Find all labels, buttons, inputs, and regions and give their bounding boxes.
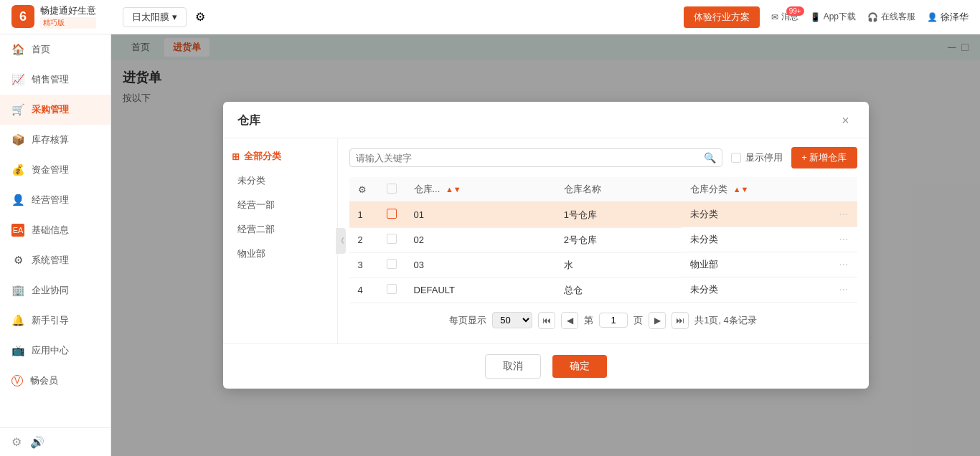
sidebar-label-member: 畅会员 bbox=[30, 374, 58, 387]
sidebar-item-apps[interactable]: 📺 应用中心 bbox=[0, 336, 110, 366]
app-download-item[interactable]: 📱 App下载 bbox=[810, 11, 856, 23]
guide-icon: 🔔 bbox=[11, 314, 24, 327]
sidebar-item-guide[interactable]: 🔔 新手引导 bbox=[0, 305, 110, 336]
table-head: ⚙ 仓库... ▲▼ bbox=[349, 177, 857, 202]
page-suffix: 页 bbox=[633, 314, 643, 327]
sidebar-item-purchase[interactable]: 🛒 采购管理 bbox=[0, 95, 110, 125]
col-name: 仓库名称 bbox=[555, 177, 682, 202]
modal-title: 仓库 bbox=[237, 113, 260, 128]
store-selector[interactable]: 日太阳膜 ▾ bbox=[123, 7, 187, 27]
row-category-2: 物业部 ··· bbox=[682, 252, 857, 277]
purchase-icon: 🛒 bbox=[11, 103, 24, 116]
sidebar-label-system: 系统管理 bbox=[32, 254, 69, 267]
table-row[interactable]: 1 01 1号仓库 未分类 ··· bbox=[349, 202, 857, 228]
settings-btn[interactable]: ⚙ bbox=[195, 10, 205, 24]
col-settings[interactable]: ⚙ bbox=[349, 177, 378, 202]
row-check-3[interactable] bbox=[378, 277, 405, 303]
add-warehouse-button[interactable]: + 新增仓库 bbox=[791, 147, 857, 168]
inventory-icon: 📦 bbox=[11, 133, 24, 146]
service-item[interactable]: 🎧 在线客服 bbox=[867, 11, 915, 23]
operation-icon: 👤 bbox=[11, 194, 24, 206]
page-first-btn[interactable]: ⏮ bbox=[538, 312, 555, 329]
app-name: 畅捷通好生意 bbox=[40, 5, 96, 17]
sort-category-icon[interactable]: ▲▼ bbox=[733, 185, 749, 194]
page-last-btn[interactable]: ⏭ bbox=[672, 312, 689, 329]
pagination: 每页显示 50 20 100 ⏮ ◀ 第 页 ▶ bbox=[349, 303, 857, 335]
user-item[interactable]: 👤 徐泽华 bbox=[927, 11, 969, 24]
row-index-3: 4 bbox=[349, 277, 378, 303]
sidebar-label-apps: 应用中心 bbox=[32, 344, 69, 357]
sidebar-item-system[interactable]: ⚙ 系统管理 bbox=[0, 245, 110, 275]
table-container: ⚙ 仓库... ▲▼ bbox=[349, 177, 857, 303]
modal-close-button[interactable]: × bbox=[837, 112, 854, 129]
service-label: 在线客服 bbox=[881, 11, 915, 23]
message-icon: ✉ bbox=[771, 12, 778, 22]
row-check-2[interactable] bbox=[378, 252, 405, 277]
settings-icon: ⚙ bbox=[195, 11, 205, 23]
category-all-label: 全部分类 bbox=[244, 150, 281, 163]
show-disabled-label[interactable]: 显示停用 bbox=[731, 151, 783, 164]
sidebar-item-inventory[interactable]: 📦 库存核算 bbox=[0, 125, 110, 155]
sort-code-icon[interactable]: ▲▼ bbox=[446, 185, 461, 194]
sidebar-item-enterprise[interactable]: 🏢 企业协同 bbox=[0, 275, 110, 305]
warehouse-modal: 仓库 × ⊞ 全部分类 未分类 经营 bbox=[223, 102, 869, 389]
sidebar-label-sales: 销售管理 bbox=[32, 73, 69, 86]
row-check-1[interactable] bbox=[378, 227, 405, 252]
search-box: 🔍 bbox=[349, 148, 723, 167]
sidebar-label-guide: 新手引导 bbox=[32, 314, 69, 327]
row-name-1: 2号仓库 bbox=[555, 227, 682, 252]
table-row[interactable]: 2 02 2号仓库 未分类 ··· bbox=[349, 227, 857, 252]
content-area: 首页 进货单 ─ □ 进货单 按以下 仓库 × bbox=[111, 34, 980, 456]
row-name-3: 总仓 bbox=[555, 277, 682, 303]
app-download-label: App下载 bbox=[824, 11, 856, 23]
sidebar-item-sales[interactable]: 📈 销售管理 bbox=[0, 65, 110, 95]
messages-item[interactable]: ✉ 消息 99+ bbox=[771, 11, 798, 23]
page-input[interactable] bbox=[599, 313, 628, 328]
show-disabled-checkbox[interactable] bbox=[731, 153, 741, 163]
row-code-2: 03 bbox=[405, 252, 555, 277]
table-row[interactable]: 4 DEFAULT 总仓 未分类 ··· bbox=[349, 277, 857, 303]
page-prev-btn[interactable]: ◀ bbox=[561, 312, 578, 329]
sidebar-item-finance[interactable]: 💰 资金管理 bbox=[0, 155, 110, 185]
per-page-select[interactable]: 50 20 100 bbox=[492, 312, 532, 328]
search-input[interactable] bbox=[356, 153, 700, 163]
col-category: 仓库分类 ▲▼ bbox=[682, 177, 857, 202]
row-name-2: 水 bbox=[555, 252, 682, 277]
row-index-0: 1 bbox=[349, 202, 378, 228]
table-body: 1 01 1号仓库 未分类 ··· 2 02 2号仓库 未分类 ··· 3 03… bbox=[349, 202, 857, 303]
row-check-0[interactable] bbox=[378, 202, 405, 228]
modal-footer: 取消 确定 bbox=[223, 343, 869, 389]
logo-icon: 6 bbox=[11, 5, 34, 28]
col-checkbox[interactable] bbox=[378, 177, 405, 202]
sidebar-audio-icon[interactable]: 🔊 bbox=[30, 435, 44, 449]
sidebar-settings-icon[interactable]: ⚙ bbox=[11, 435, 22, 449]
confirm-button[interactable]: 确定 bbox=[552, 355, 607, 378]
select-all-checkbox[interactable] bbox=[387, 184, 397, 194]
cancel-button[interactable]: 取消 bbox=[485, 354, 541, 379]
total-info: 共1页, 4条记录 bbox=[694, 314, 757, 327]
sidebar-item-member[interactable]: V 畅会员 bbox=[0, 366, 110, 396]
basic-icon: EA bbox=[11, 224, 24, 237]
headset-icon: 🎧 bbox=[867, 12, 878, 22]
logo-area: 6 畅捷通好生意 精巧版 bbox=[11, 5, 123, 29]
sidebar-bottom: ⚙ 🔊 bbox=[0, 427, 110, 456]
row-code-0: 01 bbox=[405, 202, 555, 228]
category-ops2[interactable]: 经营二部 bbox=[223, 217, 337, 242]
page-next-btn[interactable]: ▶ bbox=[649, 312, 666, 329]
trial-button[interactable]: 体验行业方案 bbox=[684, 6, 760, 28]
category-ops1[interactable]: 经营一部 bbox=[223, 193, 337, 217]
sidebar-item-basic[interactable]: EA 基础信息 bbox=[0, 215, 110, 245]
category-all[interactable]: ⊞ 全部分类 bbox=[223, 144, 337, 168]
table-row[interactable]: 3 03 水 物业部 ··· bbox=[349, 252, 857, 277]
category-property[interactable]: 物业部 bbox=[223, 242, 337, 266]
sidebar-item-home[interactable]: 🏠 首页 bbox=[0, 34, 110, 65]
header-icon-group: ✉ 消息 99+ 📱 App下载 🎧 在线客服 👤 徐泽华 bbox=[771, 11, 969, 24]
category-unclassified[interactable]: 未分类 bbox=[223, 168, 337, 193]
category-collapse-btn[interactable]: 《 bbox=[336, 228, 346, 254]
store-name: 日太阳膜 bbox=[132, 11, 169, 24]
phone-icon: 📱 bbox=[810, 12, 821, 22]
sidebar-item-operation[interactable]: 👤 经营管理 bbox=[0, 185, 110, 215]
system-icon: ⚙ bbox=[11, 254, 24, 267]
top-header: 6 畅捷通好生意 精巧版 日太阳膜 ▾ ⚙ 体验行业方案 ✉ 消息 99+ 📱 … bbox=[0, 0, 980, 34]
per-page-label: 每页显示 bbox=[449, 314, 486, 327]
